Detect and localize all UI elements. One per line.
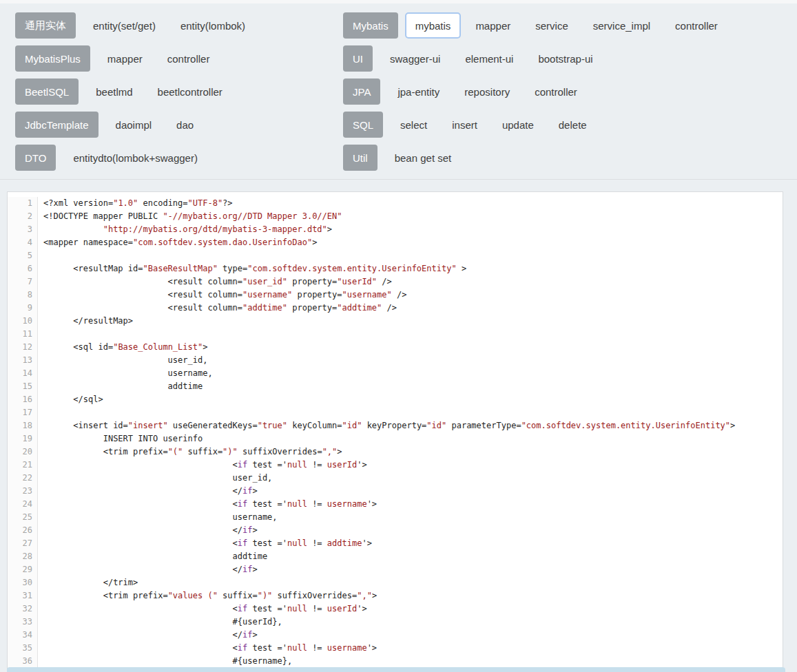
code-text: <trim prefix="values (" suffix=")" suffi… xyxy=(38,589,377,602)
group-label-chip: DTO xyxy=(15,145,56,171)
toolbox-group-通用实体: 通用实体entity(set/get)entity(lombok) xyxy=(15,12,343,39)
toolbox-group-sql: SQLselectinsertupdatedelete xyxy=(343,112,785,138)
line-number: 33 xyxy=(8,616,38,629)
code-text: <resultMap id="BaseResultMap" type="com.… xyxy=(38,262,466,275)
group-label-chip: JPA xyxy=(343,78,380,105)
code-text xyxy=(38,328,43,341)
option-mybatis[interactable]: mybatis xyxy=(405,12,462,39)
option-controller[interactable]: controller xyxy=(157,45,220,72)
option-mapper[interactable]: mapper xyxy=(97,45,153,72)
option-service-impl[interactable]: service_impl xyxy=(583,12,661,39)
toolbox-col-right: Mybatismybatismapperserviceservice_implc… xyxy=(343,12,785,171)
line-number: 24 xyxy=(8,498,38,511)
code-text: <if test ='null != username'> xyxy=(38,498,377,511)
line-number: 32 xyxy=(8,602,38,616)
code-text: user_id, xyxy=(38,354,207,367)
code-line: 19 INSERT INTO userinfo xyxy=(8,432,783,445)
line-number: 21 xyxy=(8,459,38,472)
code-text: <insert id="insert" useGeneratedKeys="tr… xyxy=(38,419,735,432)
option-entitydto-lombok-swagger[interactable]: entitydto(lombok+swagger) xyxy=(63,145,208,171)
code-text: #{username}, xyxy=(38,655,292,668)
group-label-chip: 通用实体 xyxy=(15,12,76,39)
option-insert[interactable]: insert xyxy=(442,112,488,138)
option-delete[interactable]: delete xyxy=(548,112,597,138)
option-service[interactable]: service xyxy=(525,12,579,39)
code-line: 31 <trim prefix="values (" suffix=")" su… xyxy=(8,589,783,602)
line-number: 17 xyxy=(8,406,38,419)
option-beetlcontroller[interactable]: beetlcontroller xyxy=(147,78,233,105)
option-daoimpl[interactable]: daoimpl xyxy=(105,112,163,138)
line-number: 3 xyxy=(8,223,38,236)
option-jpa-entity[interactable]: jpa-entity xyxy=(387,78,450,105)
code-line: 15 addtime xyxy=(8,380,783,393)
line-number: 7 xyxy=(8,275,38,288)
code-editor[interactable]: 1<?xml version="1.0" encoding="UTF-8"?>2… xyxy=(7,191,783,672)
code-line: 22 user_id, xyxy=(8,472,783,485)
code-line: 20 <trim prefix="(" suffix=")" suffixOve… xyxy=(8,445,783,459)
option-entity-lombok[interactable]: entity(lombok) xyxy=(170,12,256,39)
code-text: <trim prefix="(" suffix=")" suffixOverri… xyxy=(38,445,342,459)
line-number: 13 xyxy=(8,354,38,367)
group-label-chip: SQL xyxy=(343,112,383,138)
option-controller[interactable]: controller xyxy=(524,78,588,105)
code-line: 10 </resultMap> xyxy=(8,315,783,328)
option-beetlmd[interactable]: beetlmd xyxy=(85,78,143,105)
group-label-chip: UI xyxy=(343,45,373,72)
option-repository[interactable]: repository xyxy=(454,78,520,105)
toolbox-group-mybatis: Mybatismybatismapperserviceservice_implc… xyxy=(343,12,785,39)
line-number: 11 xyxy=(8,328,38,341)
code-line: 1<?xml version="1.0" encoding="UTF-8"?> xyxy=(8,197,783,210)
code-line: 24 <if test ='null != username'> xyxy=(8,498,783,511)
line-number: 1 xyxy=(8,197,38,210)
code-line: 14 username, xyxy=(8,367,783,380)
line-number: 23 xyxy=(8,485,38,498)
line-number: 29 xyxy=(8,563,38,576)
code-text: INSERT INTO userinfo xyxy=(38,432,203,445)
code-line: 25 username, xyxy=(8,511,783,524)
option-bean-get-set[interactable]: bean get set xyxy=(384,145,462,171)
horizontal-scrollbar[interactable] xyxy=(7,667,785,672)
code-text: <result column="addtime" property="addti… xyxy=(38,302,397,315)
group-label-chip: BeetlSQL xyxy=(15,78,79,105)
option-select[interactable]: select xyxy=(390,112,437,138)
code-text: </if> xyxy=(38,629,258,642)
line-number: 31 xyxy=(8,589,38,602)
toolbox-group-jpa: JPAjpa-entityrepositorycontroller xyxy=(343,78,785,105)
toolbox-group-jdbctemplate: JdbcTemplatedaoimpldao xyxy=(15,112,343,138)
line-number: 22 xyxy=(8,472,38,485)
option-entity-set-get[interactable]: entity(set/get) xyxy=(83,12,166,39)
code-line: 9 <result column="addtime" property="add… xyxy=(8,302,783,315)
option-update[interactable]: update xyxy=(492,112,544,138)
toolbox-group-mybatisplus: MybatisPlusmappercontroller xyxy=(15,45,343,72)
code-line: 36 #{username}, xyxy=(8,655,783,668)
code-text: addtime xyxy=(38,550,267,563)
line-number: 9 xyxy=(8,302,38,315)
option-element-ui[interactable]: element-ui xyxy=(455,45,524,72)
line-number: 5 xyxy=(8,249,38,262)
code-text: username, xyxy=(38,367,213,380)
group-label-chip: Mybatis xyxy=(343,12,398,39)
option-swagger-ui[interactable]: swagger-ui xyxy=(380,45,451,72)
line-number: 35 xyxy=(8,642,38,655)
group-label-chip: MybatisPlus xyxy=(15,45,90,72)
option-dao[interactable]: dao xyxy=(166,112,204,138)
code-text: "http://mybatis.org/dtd/mybatis-3-mapper… xyxy=(38,223,332,236)
page: { "colors": { "page_bg": "#ebeff2", "chi… xyxy=(0,0,797,672)
option-bootstrap-ui[interactable]: bootstrap-ui xyxy=(528,45,603,72)
code-line: 18 <insert id="insert" useGeneratedKeys=… xyxy=(8,419,783,432)
line-number: 34 xyxy=(8,629,38,642)
code-text: </if> xyxy=(38,524,258,537)
code-text: </resultMap> xyxy=(38,315,133,328)
group-label-chip: JdbcTemplate xyxy=(15,112,99,138)
code-line: 2<!DOCTYPE mapper PUBLIC "-//mybatis.org… xyxy=(8,210,783,223)
code-lines: 1<?xml version="1.0" encoding="UTF-8"?>2… xyxy=(8,197,783,668)
toolbox-group-beetlsql: BeetlSQLbeetlmdbeetlcontroller xyxy=(15,78,343,105)
code-line: 7 <result column="user_id" property="use… xyxy=(8,275,783,288)
line-number: 10 xyxy=(8,315,38,328)
option-controller[interactable]: controller xyxy=(665,12,728,39)
option-mapper[interactable]: mapper xyxy=(465,12,521,39)
line-number: 36 xyxy=(8,655,38,668)
line-number: 19 xyxy=(8,432,38,445)
group-label-chip: Util xyxy=(343,145,377,171)
code-text: username, xyxy=(38,511,278,524)
